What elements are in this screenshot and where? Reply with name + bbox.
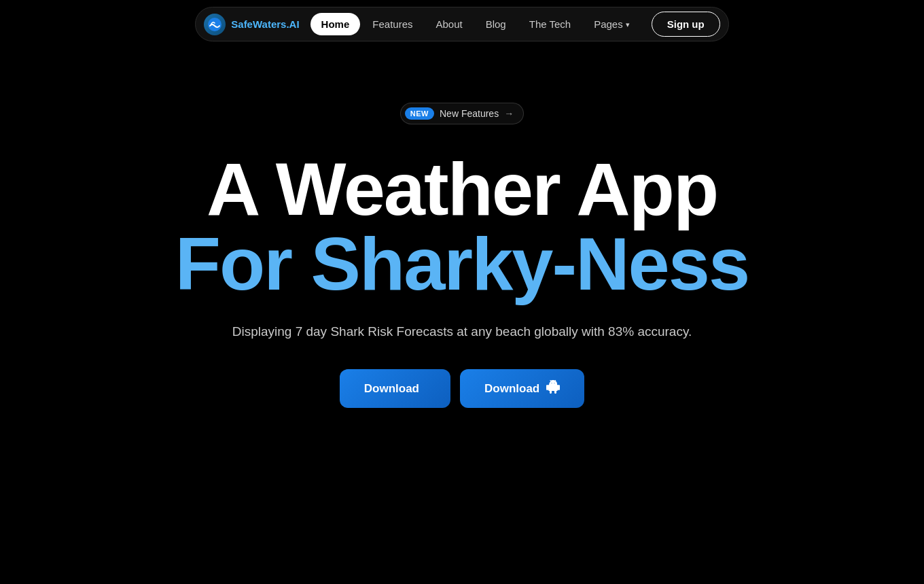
nav-item-features[interactable]: Features <box>361 13 423 35</box>
download-ios-button[interactable]: Download <box>340 369 450 408</box>
hero-subtitle: Displaying 7 day Shark Risk Forecasts at… <box>232 322 692 342</box>
nav-item-pages[interactable]: Pages ▾ <box>583 13 641 35</box>
download-buttons: Download Download <box>340 369 584 408</box>
nav-inner: SafeWaters.AI Home Features About Blog T… <box>195 7 728 41</box>
logo[interactable]: SafeWaters.AI <box>204 14 299 35</box>
nav-item-home[interactable]: Home <box>310 13 361 35</box>
nav-item-about[interactable]: About <box>425 13 473 35</box>
download-android-button[interactable]: Download <box>460 369 584 408</box>
logo-icon <box>204 14 226 35</box>
new-features-badge[interactable]: NEW New Features → <box>400 103 524 124</box>
chevron-down-icon: ▾ <box>626 20 630 29</box>
nav-item-blog[interactable]: Blog <box>475 13 517 35</box>
logo-text: SafeWaters.AI <box>231 18 299 30</box>
hero-title-line2: For Sharky-Ness <box>175 226 749 301</box>
navbar: SafeWaters.AI Home Features About Blog T… <box>0 0 924 48</box>
badge-text: New Features <box>440 108 499 119</box>
hero-section: NEW New Features → A Weather App For Sha… <box>0 48 924 408</box>
nav-links: Home Features About Blog The Tech Pages … <box>310 13 641 35</box>
nav-item-the-tech[interactable]: The Tech <box>518 13 582 35</box>
arrow-icon: → <box>504 108 514 119</box>
android-icon <box>546 380 560 397</box>
svg-point-0 <box>208 18 221 31</box>
new-tag: NEW <box>405 107 434 120</box>
signup-button[interactable]: Sign up <box>652 12 720 37</box>
hero-title-line1: A Weather App <box>207 152 717 226</box>
